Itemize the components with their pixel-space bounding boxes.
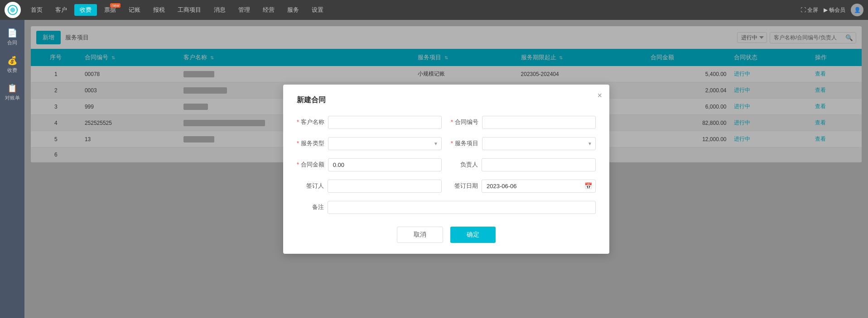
- main-layout: 📄 合同 💰 收费 📋 对账单 新增 服务项目 进行中 已完成: [0, 20, 868, 318]
- content-area: 新增 服务项目 进行中 已完成 已终止 🔍: [24, 20, 868, 318]
- input-amount[interactable]: [328, 158, 442, 171]
- nav-item-tickets[interactable]: 票据 new: [99, 4, 121, 16]
- sidebar: 📄 合同 💰 收费 📋 对账单: [0, 20, 24, 318]
- label-signer: 签订人: [297, 182, 324, 190]
- input-responsible[interactable]: [482, 158, 596, 171]
- play-icon: ▶: [824, 7, 828, 13]
- label-sign-date: 签订日期: [451, 182, 478, 190]
- select-service-type[interactable]: [328, 137, 442, 150]
- input-signer[interactable]: [328, 180, 442, 193]
- nav-item-accounting[interactable]: 记账: [123, 4, 146, 16]
- form-row-amount: 合同金额: [297, 158, 442, 171]
- input-sign-date[interactable]: [482, 180, 596, 193]
- nav-item-tax[interactable]: 报税: [148, 4, 170, 16]
- form-row-service-type: 服务类型 ▼: [297, 137, 442, 150]
- top-navigation: 首页 客户 收费 票据 new 记账 报税 工商项目 消息 管理 经营 服务 设…: [0, 0, 868, 20]
- form-row-remark: 备注: [297, 201, 596, 214]
- label-amount: 合同金额: [297, 161, 324, 169]
- reconcile-icon: 📋: [7, 83, 17, 93]
- modal-footer: 取消 确定: [297, 227, 596, 243]
- cancel-button[interactable]: 取消: [397, 227, 443, 243]
- logo[interactable]: [5, 2, 21, 18]
- input-customer-name[interactable]: [328, 116, 442, 129]
- contract-icon: 📄: [7, 28, 17, 38]
- modal-overlay: × 新建合同 客户名称 合同编号 服务类型: [24, 20, 868, 318]
- nav-item-settings[interactable]: 设置: [306, 4, 329, 16]
- sign-date-wrapper: 📅: [482, 180, 596, 193]
- input-remark[interactable]: [328, 201, 596, 214]
- label-remark: 备注: [297, 203, 324, 211]
- nav-item-manage[interactable]: 管理: [233, 4, 256, 16]
- label-responsible: 负责人: [451, 161, 478, 169]
- label-contract-no: 合同编号: [451, 118, 478, 126]
- nav-item-customer[interactable]: 客户: [50, 4, 72, 16]
- select-service-item[interactable]: [482, 137, 596, 150]
- nav-item-business[interactable]: 工商项目: [172, 4, 207, 16]
- form-row-contract-no: 合同编号: [451, 116, 596, 129]
- form-grid: 客户名称 合同编号 服务类型 ▼: [297, 116, 596, 214]
- fullscreen-button[interactable]: ⛶ 全屏: [800, 6, 818, 14]
- nav-item-service[interactable]: 服务: [282, 4, 304, 16]
- sidebar-item-collection[interactable]: 💰 收费: [1, 52, 24, 77]
- form-row-signer: 签订人: [297, 180, 442, 193]
- sidebar-item-reconcile[interactable]: 📋 对账单: [1, 80, 24, 105]
- new-contract-modal: × 新建合同 客户名称 合同编号 服务类型: [283, 85, 609, 254]
- confirm-button[interactable]: 确定: [450, 227, 496, 243]
- form-row-service-item: 服务项目 ▼: [451, 137, 596, 150]
- label-service-type: 服务类型: [297, 139, 324, 147]
- form-row-sign-date: 签订日期 📅: [451, 180, 596, 193]
- avatar-icon: 👤: [854, 7, 861, 13]
- nav-item-home[interactable]: 首页: [25, 4, 48, 16]
- fullscreen-icon: ⛶: [800, 7, 806, 13]
- nav-item-operate[interactable]: 经营: [257, 4, 280, 16]
- service-item-select-wrapper: ▼: [482, 137, 596, 150]
- new-badge: new: [110, 3, 121, 8]
- input-contract-no[interactable]: [482, 116, 596, 129]
- form-row-customer-name: 客户名称: [297, 116, 442, 129]
- sidebar-item-contract[interactable]: 📄 合同: [1, 24, 24, 50]
- form-row-responsible: 负责人: [451, 158, 596, 171]
- member-button[interactable]: ▶ 畅会员: [824, 6, 845, 14]
- right-actions: ⛶ 全屏 ▶ 畅会员 👤: [800, 4, 863, 16]
- service-type-select-wrapper: ▼: [328, 137, 442, 150]
- nav-items-container: 首页 客户 收费 票据 new 记账 报税 工商项目 消息 管理 经营 服务 设…: [25, 4, 800, 16]
- label-customer-name: 客户名称: [297, 118, 324, 126]
- modal-close-button[interactable]: ×: [597, 91, 602, 100]
- modal-title: 新建合同: [297, 95, 596, 105]
- collection-icon: 💰: [7, 56, 17, 66]
- avatar[interactable]: 👤: [851, 4, 863, 16]
- nav-item-invoicing[interactable]: 收费: [74, 4, 97, 16]
- nav-item-message[interactable]: 消息: [208, 4, 231, 16]
- label-service-item: 服务项目: [451, 139, 478, 147]
